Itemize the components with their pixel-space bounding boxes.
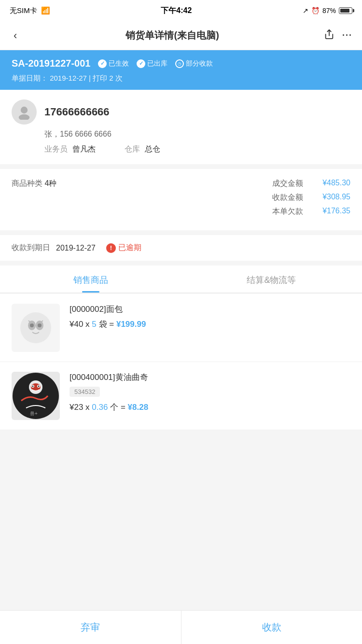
nav-actions: ··· <box>324 29 352 42</box>
alarm-icon: ⏰ <box>311 7 320 14</box>
collect-payment-button[interactable]: 收款 <box>181 611 362 644</box>
status-right: ↗ ⏰ 87% <box>303 7 352 14</box>
back-button[interactable]: ‹ <box>10 26 21 46</box>
svg-point-14 <box>38 386 40 387</box>
carrier-text: 无SIM卡 <box>10 6 37 15</box>
battery-percent: 87% <box>322 7 336 14</box>
tabs-section: 销售商品 结算&物流等 <box>0 266 362 293</box>
product-qty-2: 0.36 <box>92 403 108 412</box>
product-name-1: [0000002]面包 <box>70 304 350 315</box>
svg-point-13 <box>32 386 34 387</box>
salesperson-value: 曾凡杰 <box>72 144 96 154</box>
status-bar: 无SIM卡 📶 下午4:42 ↗ ⏰ 87% <box>0 0 362 21</box>
due-date-value: 2019-12-27 <box>56 244 96 252</box>
total-amount-value: ¥485.30 <box>322 179 350 189</box>
overdue-badge: ! 已逾期 <box>106 243 141 253</box>
salesperson-label: 业务员 <box>44 144 68 154</box>
product-type-count: 4种 <box>44 179 56 187</box>
product-list: [0000002]面包 ¥40 x 5 袋 = ¥199.99 <box>0 294 362 430</box>
tab-settlement[interactable]: 结算&物流等 <box>181 266 362 293</box>
summary-right: 成交金额 ¥485.30 收款金额 ¥308.95 本单欠款 ¥176.35 <box>272 179 350 221</box>
clock-icon: ◷ <box>175 59 184 68</box>
nav-bar: ‹ 销货单详情(来自电脑) ··· <box>0 21 362 50</box>
header-banner: SA-20191227-001 ✓ 已生效 ✓ 已出库 ◷ 部分收款 单据日期：… <box>0 50 362 90</box>
product-type-row: 商品种类 4种 <box>12 179 56 189</box>
check-icon-1: ✓ <box>98 59 107 68</box>
product-thumbnail-1 <box>12 304 60 352</box>
product-price-2: ¥23 x 0.36 个 = ¥8.28 <box>70 402 350 413</box>
warehouse-item: 仓库 总仓 <box>125 144 160 154</box>
order-number: SA-20191227-001 <box>12 58 90 69</box>
customer-avatar <box>12 99 37 125</box>
salesperson-item: 业务员 曾凡杰 <box>44 144 96 154</box>
svg-text:兽+: 兽+ <box>30 411 38 416</box>
customer-row: 17666666666 <box>12 99 350 125</box>
warehouse-label: 仓库 <box>125 144 140 154</box>
owed-amount-row: 本单欠款 ¥176.35 <box>272 207 350 217</box>
product-qty-1: 5 <box>92 320 96 329</box>
total-amount-label: 成交金额 <box>272 179 303 189</box>
customer-section: 17666666666 张，156 6666 6666 业务员 曾凡杰 仓库 总… <box>0 90 362 164</box>
owed-amount-label: 本单欠款 <box>272 207 303 217</box>
bottom-bar: 弃审 收款 <box>0 610 362 644</box>
list-item: [0000002]面包 ¥40 x 5 袋 = ¥199.99 <box>0 294 362 362</box>
svg-point-3 <box>20 312 51 343</box>
badge-partial: ◷ 部分收款 <box>175 59 213 68</box>
battery-icon <box>339 7 352 14</box>
svg-point-6 <box>30 323 34 327</box>
badge-effective: ✓ 已生效 <box>98 59 129 68</box>
product-sku-badge: 534532 <box>70 387 100 397</box>
product-price-1: ¥40 x 5 袋 = ¥199.99 <box>70 319 350 330</box>
received-amount-value: ¥308.95 <box>322 193 350 203</box>
product-info-1: [0000002]面包 ¥40 x 5 袋 = ¥199.99 <box>70 304 350 330</box>
product-info-2: [000400001]黄油曲奇 534532 ¥23 x 0.36 个 = ¥8… <box>70 372 350 413</box>
summary-section: 商品种类 4种 成交金额 ¥485.30 收款金额 ¥308.95 本单欠款 ¥… <box>0 169 362 230</box>
overdue-text: 已逾期 <box>118 243 141 253</box>
wifi-icon: 📶 <box>41 6 50 15</box>
product-total-1: ¥199.99 <box>116 320 146 329</box>
list-item: 兽+ [000400001]黄油曲奇 534532 ¥23 x 0.36 个 =… <box>0 362 362 430</box>
badge-shipped: ✓ 已出库 <box>137 59 167 68</box>
svg-point-1 <box>21 107 28 113</box>
received-amount-row: 收款金额 ¥308.95 <box>272 193 350 203</box>
page-title: 销货单详情(来自电脑) <box>125 29 219 42</box>
svg-point-7 <box>38 323 42 327</box>
warehouse-value: 总仓 <box>145 144 160 154</box>
summary-left: 商品种类 4种 <box>12 179 56 192</box>
owed-amount-value: ¥176.35 <box>322 207 350 217</box>
customer-id: 17666666666 <box>44 106 110 118</box>
svg-point-2 <box>19 114 29 120</box>
tab-sales-products[interactable]: 销售商品 <box>0 266 181 293</box>
status-left: 无SIM卡 📶 <box>10 6 50 15</box>
location-icon: ↗ <box>303 7 308 14</box>
total-amount-row: 成交金额 ¥485.30 <box>272 179 350 189</box>
customer-phone: 张，156 6666 6666 <box>12 129 350 140</box>
banner-date: 单据日期： 2019-12-27 | 打印 2 次 <box>12 74 350 83</box>
check-icon-2: ✓ <box>137 59 145 68</box>
product-name-2: [000400001]黄油曲奇 <box>70 372 350 383</box>
reject-button[interactable]: 弃审 <box>0 611 181 644</box>
tabs-row: 销售商品 结算&物流等 <box>0 266 362 293</box>
product-total-2: ¥8.28 <box>128 403 149 412</box>
overdue-icon: ! <box>106 243 116 253</box>
status-time: 下午4:42 <box>161 6 192 16</box>
share-icon[interactable] <box>324 29 334 42</box>
due-section: 收款到期日 2019-12-27 ! 已逾期 <box>0 235 362 261</box>
order-row: SA-20191227-001 ✓ 已生效 ✓ 已出库 ◷ 部分收款 <box>12 58 350 69</box>
due-date-label: 收款到期日 <box>12 243 50 253</box>
product-thumbnail-2: 兽+ <box>12 372 60 420</box>
received-amount-label: 收款金额 <box>272 193 303 203</box>
battery-fill <box>340 9 349 13</box>
customer-meta: 业务员 曾凡杰 仓库 总仓 <box>12 144 350 154</box>
more-icon[interactable]: ··· <box>342 30 352 41</box>
